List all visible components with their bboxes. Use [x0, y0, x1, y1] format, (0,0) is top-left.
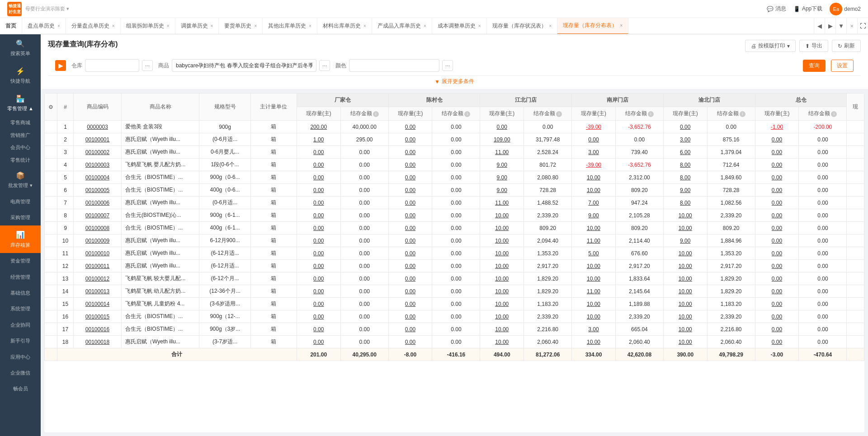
row-code[interactable]: 00100010 — [74, 247, 122, 260]
sidebar-item-retail-store[interactable]: 零售商城 — [0, 117, 41, 129]
row-jiangbei-stock[interactable]: 10.00 — [480, 285, 524, 298]
row-code[interactable]: 00100011 — [74, 260, 122, 272]
row-total-stock[interactable]: 0.00 — [755, 171, 799, 184]
row-jiangbei-stock[interactable]: 11.00 — [480, 197, 524, 209]
row-factory-stock[interactable]: 0.00 — [297, 310, 340, 323]
row-total-stock[interactable]: 0.00 — [755, 336, 799, 348]
app-download-btn[interactable]: 📱 App下载 — [793, 5, 822, 13]
export-btn[interactable]: ⬆ 导出 — [799, 40, 828, 52]
row-total-stock[interactable]: 0.00 — [755, 159, 799, 171]
row-total-stock[interactable]: 0.00 — [755, 323, 799, 336]
row-nanan-stock[interactable]: 11.00 — [572, 285, 616, 298]
sidebar-item-operations[interactable]: 经营管理 — [0, 269, 41, 285]
query-btn[interactable]: 查询 — [803, 60, 826, 72]
info-icon[interactable]: i — [740, 111, 745, 117]
row-nanan-stock[interactable]: 10.00 — [572, 310, 616, 323]
row-factory-stock[interactable]: 0.00 — [297, 159, 340, 171]
row-total-stock[interactable]: 0.00 — [755, 260, 799, 272]
row-factory-stock[interactable]: 0.00 — [297, 298, 340, 310]
row-total-stock[interactable]: 0.00 — [755, 146, 799, 159]
row-code[interactable]: 00100018 — [74, 336, 122, 348]
close-icon[interactable]: × — [167, 23, 170, 28]
row-code[interactable]: 00100005 — [74, 184, 122, 197]
close-icon[interactable]: × — [549, 23, 552, 28]
gear-icon[interactable]: ⚙ — [48, 104, 53, 110]
row-nanan-stock[interactable]: 9.00 — [572, 209, 616, 222]
tab-close-all-btn[interactable]: × — [846, 18, 857, 34]
row-jiangbei-stock[interactable]: 109.00 — [480, 133, 524, 146]
row-yubeimen-stock[interactable]: 8.00 — [663, 197, 707, 209]
row-outlet-stock[interactable]: 0.00 — [388, 234, 432, 247]
row-total-stock[interactable]: 0.00 — [755, 209, 799, 222]
row-code[interactable]: 00100002 — [74, 146, 122, 159]
row-yubeimen-stock[interactable]: 10.00 — [663, 323, 707, 336]
row-code[interactable]: 00100004 — [74, 171, 122, 184]
row-yubeimen-stock[interactable]: 10.00 — [663, 285, 707, 298]
row-code[interactable]: 00100009 — [74, 234, 122, 247]
sidebar-item-nav[interactable]: ⚡ 快捷导航 — [0, 62, 41, 89]
row-yubeimen-stock[interactable]: 6.00 — [663, 146, 707, 159]
row-yubeimen-stock[interactable]: 10.00 — [663, 272, 707, 285]
tab-prev-btn[interactable]: ◀ — [814, 18, 825, 34]
row-outlet-stock[interactable]: 0.00 — [388, 222, 432, 234]
row-yubeimen-stock[interactable]: 10.00 — [663, 310, 707, 323]
row-jiangbei-stock[interactable]: 10.00 — [480, 247, 524, 260]
close-icon[interactable]: × — [112, 23, 115, 28]
close-icon[interactable]: × — [424, 23, 426, 28]
row-jiangbei-stock[interactable]: 9.00 — [480, 159, 524, 171]
row-jiangbei-stock[interactable]: 10.00 — [480, 323, 524, 336]
row-total-stock[interactable]: 0.00 — [755, 197, 799, 209]
row-outlet-stock[interactable]: 0.00 — [388, 146, 432, 159]
row-factory-stock[interactable]: 0.00 — [297, 171, 340, 184]
row-total-stock[interactable]: 0.00 — [755, 184, 799, 197]
row-factory-stock[interactable]: 0.00 — [297, 323, 340, 336]
tab-inventory-split[interactable]: 分量盘点单历史 × — [66, 18, 121, 34]
row-code[interactable]: 00100012 — [74, 272, 122, 285]
row-code[interactable]: 0000003 — [74, 121, 122, 133]
sidebar-item-new-guide[interactable]: 新手引导 — [0, 333, 41, 349]
info-icon[interactable]: i — [831, 111, 837, 117]
row-total-stock[interactable]: 0.00 — [755, 272, 799, 285]
row-factory-stock[interactable]: 0.00 — [297, 336, 340, 348]
row-jiangbei-stock[interactable]: 10.00 — [480, 260, 524, 272]
row-nanan-stock[interactable]: 10.00 — [572, 298, 616, 310]
info-icon[interactable]: i — [648, 111, 654, 117]
row-yubeimen-stock[interactable]: 8.00 — [663, 159, 707, 171]
row-total-stock[interactable]: 0.00 — [755, 298, 799, 310]
row-jiangbei-stock[interactable]: 10.00 — [480, 298, 524, 310]
row-outlet-stock[interactable]: 0.00 — [388, 272, 432, 285]
row-code[interactable]: 00100014 — [74, 298, 122, 310]
row-factory-stock[interactable]: 200.00 — [297, 121, 340, 133]
row-code[interactable]: 00100013 — [74, 285, 122, 298]
tab-stock-status[interactable]: 现存量（库存状况表）× — [487, 18, 558, 34]
row-outlet-stock[interactable]: 0.00 — [388, 298, 432, 310]
row-code[interactable]: 00100007 — [74, 209, 122, 222]
sidebar-item-purchase[interactable]: 采购管理 — [0, 210, 41, 225]
warehouse-input[interactable] — [85, 59, 139, 72]
row-jiangbei-stock[interactable]: 9.00 — [480, 171, 524, 184]
row-yubeimen-stock[interactable]: 0.00 — [663, 121, 707, 133]
close-icon[interactable]: × — [620, 23, 623, 28]
row-factory-stock[interactable]: 0.00 — [297, 184, 340, 197]
tab-cost-adjust[interactable]: 成本调整单历史 × — [432, 18, 487, 34]
more-conditions-btn[interactable]: ▼ 展开更多条件 — [434, 78, 474, 85]
row-outlet-stock[interactable]: 0.00 — [388, 209, 432, 222]
row-outlet-stock[interactable]: 0.00 — [388, 336, 432, 348]
row-outlet-stock[interactable]: 0.00 — [388, 184, 432, 197]
sidebar-item-member[interactable]: 会员中心 — [0, 141, 41, 154]
row-code[interactable]: 00100016 — [74, 323, 122, 336]
tab-home[interactable]: 首页 — [0, 18, 22, 34]
row-yubeimen-stock[interactable]: 8.00 — [663, 171, 707, 184]
search-toggle-btn[interactable]: ▶ — [55, 60, 66, 71]
row-nanan-stock[interactable]: 5.00 — [572, 247, 616, 260]
row-outlet-stock[interactable]: 0.00 — [388, 171, 432, 184]
row-code[interactable]: 00100008 — [74, 222, 122, 234]
row-code[interactable]: 00100006 — [74, 197, 122, 209]
row-outlet-stock[interactable]: 0.00 — [388, 260, 432, 272]
sidebar-item-retail-mgmt[interactable]: 🏪 零售管理 ▲ — [0, 89, 41, 117]
row-total-stock[interactable]: 0.00 — [755, 247, 799, 260]
row-factory-stock[interactable]: 0.00 — [297, 146, 340, 159]
sidebar-item-retail-stats[interactable]: 零售统计 — [0, 154, 41, 166]
row-nanan-stock[interactable]: 3.00 — [572, 323, 616, 336]
row-nanan-stock[interactable]: 10.00 — [572, 222, 616, 234]
